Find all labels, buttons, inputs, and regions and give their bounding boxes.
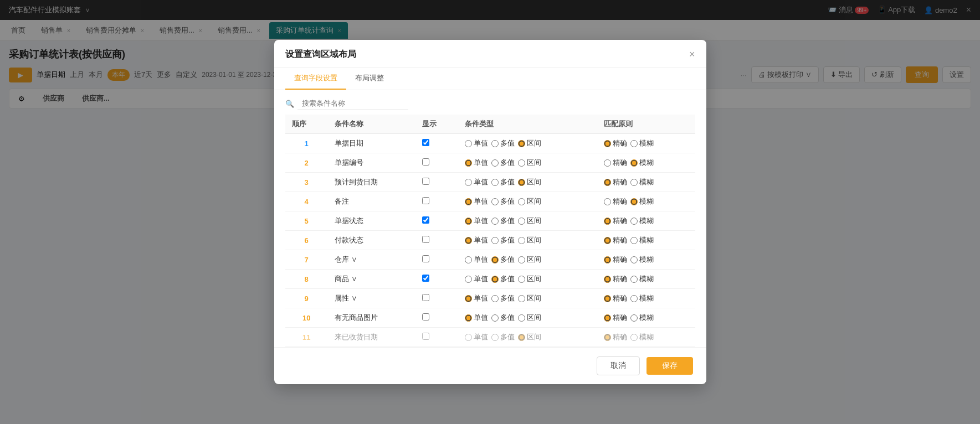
dialog: 设置查询区域布局 × 查询字段设置 布局调整 🔍 顺序 条件名称 显示 条件类型 xyxy=(274,40,706,115)
dialog-search-area: 🔍 xyxy=(274,90,706,115)
col-name: 条件名称 xyxy=(328,115,415,115)
dialog-header: 设置查询区域布局 × xyxy=(274,40,706,68)
search-icon: 🔍 xyxy=(285,100,294,108)
col-display: 显示 xyxy=(415,115,458,115)
col-match: 匹配原则 xyxy=(597,115,695,115)
dialog-tab-layout[interactable]: 布局调整 xyxy=(346,68,393,90)
conditions-table: 顺序 条件名称 显示 条件类型 匹配原则 1单据日期单值多值区间精确模糊2单据编… xyxy=(285,115,695,115)
dialog-table-wrap: 顺序 条件名称 显示 条件类型 匹配原则 1单据日期单值多值区间精确模糊2单据编… xyxy=(274,115,706,115)
col-type: 条件类型 xyxy=(458,115,597,115)
dialog-title: 设置查询区域布局 xyxy=(285,49,356,60)
col-order: 顺序 xyxy=(285,115,328,115)
modal-overlay: 设置查询区域布局 × 查询字段设置 布局调整 🔍 顺序 条件名称 显示 条件类型 xyxy=(0,0,980,115)
dialog-tabs: 查询字段设置 布局调整 xyxy=(274,68,706,90)
search-input[interactable] xyxy=(297,97,408,110)
dialog-close-btn[interactable]: × xyxy=(689,49,695,60)
dialog-tab-query-fields[interactable]: 查询字段设置 xyxy=(285,68,346,90)
